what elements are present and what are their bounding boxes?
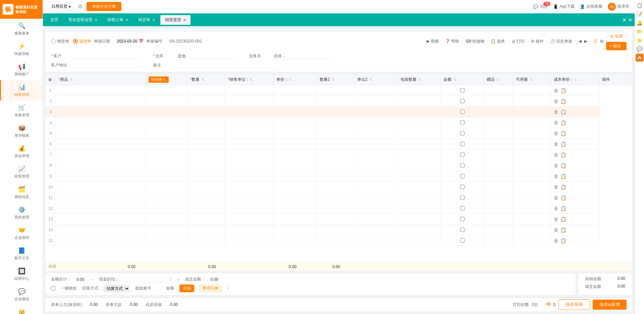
avail-cell[interactable] [484,117,513,128]
next-record-icon[interactable]: ▶ [584,39,587,44]
unit2-cell[interactable] [317,128,354,139]
qty2-cell[interactable] [274,214,317,225]
pkg-cell[interactable] [355,117,398,128]
radio-return[interactable]: 退货单 [73,39,91,44]
sort-qty2-icon[interactable]: ⇅ [332,78,334,81]
amount-cell[interactable] [397,96,441,107]
avail-cell[interactable] [484,96,513,107]
cost-cell[interactable] [513,117,551,128]
maximize-icon[interactable]: ⊞ [629,17,632,22]
qty-cell[interactable] [146,225,187,235]
delete-row-icon[interactable]: 🗑 [554,131,558,136]
delete-row-icon[interactable]: 🗑 [554,109,558,115]
avail-cell[interactable] [484,182,513,192]
qty-cell[interactable] [146,192,187,203]
tab-close-icon[interactable]: ✕ [125,18,128,22]
amount-cell[interactable] [397,107,441,117]
copy-row-icon[interactable]: 📋 [560,216,566,222]
cost-cell[interactable] [513,235,551,246]
close-all-tabs[interactable]: ✕ [622,17,627,23]
sort-cost-icon[interactable]: ⇅ [574,78,577,81]
copy-row-icon[interactable]: 📋 [560,206,566,211]
save-new-button[interactable]: 保存&新增 [593,300,627,310]
delete-row-icon[interactable]: 🗑 [554,227,558,233]
price-cell[interactable] [225,214,274,225]
tab-price-setting[interactable]: 售价提取设置 ✕ [64,15,102,25]
avail-cell[interactable] [484,128,513,139]
sidebar-item-system[interactable]: ⚙️ 系统管理 [0,203,43,223]
pkg-cell[interactable] [355,182,398,192]
message-btn[interactable]: 💬 消息 70 [533,4,548,9]
qty-cell[interactable] [146,139,187,149]
gift-checkbox[interactable] [460,163,465,168]
copy-row-icon[interactable]: 📋 [560,238,566,243]
gift-checkbox[interactable] [460,99,465,103]
amount-cell[interactable] [397,225,441,235]
copy-row-icon[interactable]: 📋 [560,174,566,179]
qty-cell[interactable] [146,128,187,139]
gift-cell[interactable] [441,203,484,214]
cost-cell[interactable] [513,171,551,182]
avail-cell[interactable] [484,171,513,182]
avail-cell[interactable] [484,107,513,117]
warehouse-input[interactable] [176,53,230,59]
unit2-cell[interactable] [317,214,354,225]
panel-active-icon[interactable]: 🏠 [636,54,644,62]
avail-cell[interactable] [484,85,513,96]
unit-cell[interactable] [187,235,225,246]
sort-gift-icon[interactable]: ⇅ [496,78,499,81]
amount-cell[interactable] [397,171,441,182]
price-cell[interactable] [225,96,274,107]
product-cell[interactable] [56,139,146,149]
gift-checkbox[interactable] [460,174,465,178]
remark-input[interactable] [176,62,276,68]
gift-cell[interactable] [441,171,484,182]
delete-row-icon[interactable]: 🗑 [554,88,558,93]
sidebar-item-finance[interactable]: 💰 资金管理 [0,141,43,162]
unit-cell[interactable] [187,107,225,117]
sidebar-item-basic[interactable]: 🗂️ 基础信息 [0,182,43,203]
panel-note-icon[interactable]: 📝 [636,10,644,18]
copy-row-icon[interactable]: 📋 [560,109,566,115]
cost-cell[interactable] [513,192,551,203]
gift-cell[interactable] [441,139,484,149]
gift-checkbox[interactable] [460,88,465,92]
gift-cell[interactable] [441,182,484,192]
qty-cell[interactable] [146,214,187,225]
product-cell[interactable] [56,160,146,171]
sidebar-item-search[interactable]: 🔍 搜索菜单 [0,19,43,39]
unit2-cell[interactable] [317,171,354,182]
pkg-cell[interactable] [355,96,398,107]
amount-cell[interactable] [397,117,441,128]
qty2-cell[interactable] [274,149,317,160]
gift-checkbox[interactable] [460,120,465,125]
one-click-payment-checkbox[interactable] [51,286,55,291]
unit2-cell[interactable] [317,139,354,149]
delete-row-icon[interactable]: 🗑 [554,141,558,147]
sort-product-icon[interactable]: ⇅ [70,78,73,81]
qty2-cell[interactable] [274,128,317,139]
product-cell[interactable] [56,235,146,246]
product-cell[interactable] [56,149,146,160]
unit-cell[interactable] [187,96,225,107]
pkg-cell[interactable] [355,107,398,117]
sidebar-item-sales[interactable]: 📊 销售管理 [0,80,43,101]
delete-row-icon[interactable]: 🗑 [554,195,558,200]
pkg-cell[interactable] [355,160,398,171]
price-cell[interactable] [225,85,274,96]
account-more-icon[interactable]: … [157,286,161,291]
sort-price-icon[interactable]: ⇅ [289,78,291,81]
delete-row-icon[interactable]: 🗑 [554,152,558,158]
cta-button[interactable]: 体验行业方案 [87,2,121,11]
delete-row-icon[interactable]: 🗑 [554,163,558,168]
discount-input[interactable] [124,276,165,282]
qty2-cell[interactable] [274,192,317,203]
gift-checkbox[interactable] [460,238,465,243]
price-cell[interactable] [225,160,274,171]
gift-cell[interactable] [441,225,484,235]
pkg-cell[interactable] [355,214,398,225]
delete-row-icon[interactable]: 🗑 [554,238,558,243]
unit2-cell[interactable] [317,192,354,203]
qty-cell[interactable] [146,171,187,182]
unit2-cell[interactable] [317,107,354,117]
